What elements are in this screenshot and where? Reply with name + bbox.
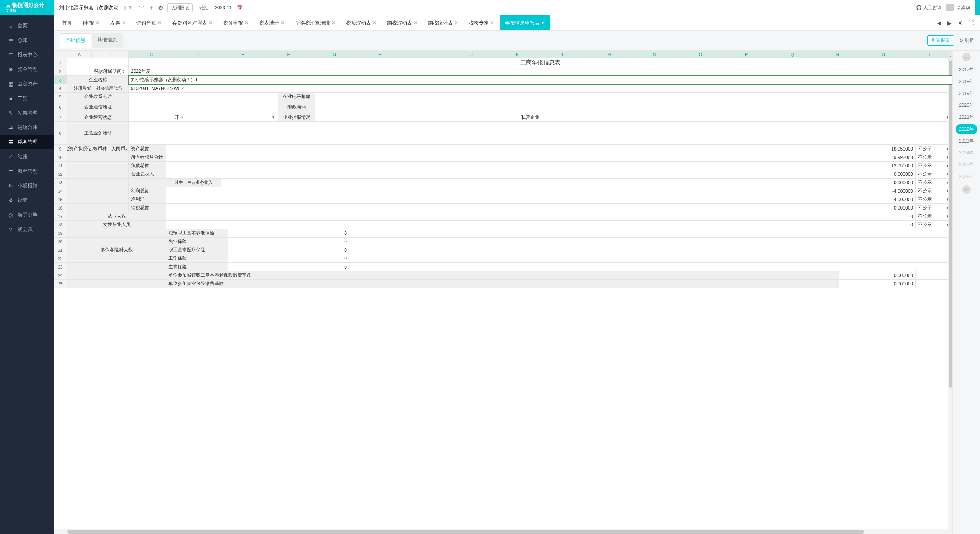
- row-number[interactable]: 18: [54, 221, 67, 229]
- tab-close-icon[interactable]: ✕: [413, 20, 417, 26]
- cell-value[interactable]: 0.000000: [166, 204, 916, 212]
- cell-value[interactable]: 0.000000: [166, 170, 916, 178]
- cell[interactable]: [463, 238, 952, 246]
- row-number[interactable]: 15: [54, 195, 67, 203]
- tab-close-icon[interactable]: ✕: [245, 20, 248, 26]
- column-header[interactable]: T: [907, 51, 953, 58]
- row-number[interactable]: 20: [54, 238, 67, 246]
- row-number[interactable]: 10: [54, 153, 67, 161]
- column-header[interactable]: E: [220, 51, 266, 58]
- row-number[interactable]: 21: [54, 246, 67, 254]
- column-header[interactable]: B: [92, 51, 129, 58]
- tab-close-icon[interactable]: ✕: [490, 20, 494, 26]
- sheet-body[interactable]: 1工商年报信息表2税款所属期间：2022年度3企业名称刘小艳演示账套（勿删勿动！…: [54, 58, 952, 529]
- year-item[interactable]: 2026年: [956, 172, 977, 182]
- column-header[interactable]: F: [266, 51, 312, 58]
- account-selector[interactable]: 刘小艳演示账套（勿删勿动！）1: [59, 4, 131, 11]
- year-item[interactable]: 2025年: [956, 160, 977, 170]
- sidebar-item[interactable]: ⚙设置: [0, 193, 54, 208]
- consult-button[interactable]: 🎧人工咨询: [916, 5, 942, 11]
- tab[interactable]: 年报信息申报表✕: [500, 15, 550, 30]
- publish-dropdown[interactable]: 不公示▼: [916, 204, 952, 212]
- switch-old-version-button[interactable]: 切到旧版: [167, 3, 193, 12]
- publish-dropdown[interactable]: 不公示▼: [916, 162, 952, 170]
- year-item[interactable]: 2022年: [956, 124, 977, 134]
- company-name-cell[interactable]: 刘小艳演示账套（勿删勿动！）1: [129, 76, 952, 84]
- calendar-icon[interactable]: 📅: [237, 5, 243, 10]
- column-header[interactable]: Q: [769, 51, 815, 58]
- cell[interactable]: [463, 263, 952, 271]
- sidebar-item[interactable]: ✓结账: [0, 149, 54, 164]
- row-number[interactable]: 1: [54, 58, 67, 67]
- collapse-year-panel-button[interactable]: ‹: [948, 51, 953, 61]
- cell-value[interactable]: 0: [228, 238, 463, 246]
- tab-close-icon[interactable]: ✕: [96, 20, 100, 26]
- tab-close-icon[interactable]: ✕: [332, 20, 335, 26]
- period-value[interactable]: 2023-11: [215, 5, 232, 10]
- tab[interactable]: 税务申报✕: [218, 15, 254, 30]
- publish-dropdown[interactable]: 不公示▼: [916, 179, 952, 187]
- row-number[interactable]: 12: [54, 170, 67, 178]
- tab[interactable]: 进销台账✕: [131, 15, 167, 30]
- tab[interactable]: 税检专家✕: [464, 15, 500, 30]
- cell-value[interactable]: [129, 101, 278, 113]
- row-number[interactable]: 14: [54, 187, 67, 195]
- tab[interactable]: 纳税波动表✕: [382, 15, 423, 30]
- cell-value[interactable]: 0.000000: [839, 280, 916, 288]
- cell-value[interactable]: [315, 93, 952, 101]
- cell-value[interactable]: 0: [228, 229, 463, 237]
- cell-value[interactable]: -4.000000: [166, 195, 916, 203]
- tab[interactable]: 存货别名对照表✕: [167, 15, 218, 30]
- cell-value[interactable]: 0.000000: [221, 179, 916, 187]
- cell[interactable]: [916, 271, 952, 279]
- row-number[interactable]: 8: [54, 122, 67, 144]
- subtab[interactable]: 其他信息: [92, 33, 122, 48]
- sidebar-item[interactable]: ☰税务管理: [0, 135, 54, 149]
- row-number[interactable]: 7: [54, 113, 67, 121]
- year-item[interactable]: 2020年: [956, 101, 977, 110]
- cell-value[interactable]: 91320811MA7NGR2W6R: [129, 84, 952, 92]
- vertical-scrollbar[interactable]: [948, 58, 952, 529]
- column-header[interactable]: D: [175, 51, 220, 58]
- cell-value[interactable]: [315, 101, 952, 113]
- publish-dropdown[interactable]: 不公示▼: [916, 212, 952, 220]
- cell-value[interactable]: 9.992000: [166, 153, 916, 161]
- cell-value[interactable]: [129, 122, 952, 144]
- cell-value[interactable]: 2022年度: [129, 67, 952, 75]
- column-header[interactable]: P: [724, 51, 769, 58]
- tabs-close-button[interactable]: ✕: [956, 20, 964, 26]
- chevron-down-icon[interactable]: ﹀: [139, 4, 144, 11]
- cell[interactable]: [463, 254, 952, 262]
- tab[interactable]: }申报✕: [77, 15, 105, 30]
- tab[interactable]: 首页: [57, 15, 77, 30]
- account-settings-icon[interactable]: ⚙: [158, 4, 163, 11]
- column-header[interactable]: M: [586, 51, 632, 58]
- year-scroll-up-button[interactable]: ︿: [962, 53, 971, 61]
- publish-dropdown[interactable]: 不公示▼: [916, 221, 952, 229]
- publish-dropdown[interactable]: 不公示▼: [916, 170, 952, 178]
- year-scroll-down-button[interactable]: ﹀: [962, 185, 971, 194]
- sidebar-item[interactable]: ◫报表中心: [0, 48, 54, 62]
- row-number[interactable]: 9: [54, 145, 67, 153]
- tab-close-icon[interactable]: ✕: [158, 20, 162, 26]
- tab-close-icon[interactable]: ✕: [372, 20, 376, 26]
- row-number[interactable]: 6: [54, 101, 67, 113]
- year-item[interactable]: 2021年: [956, 113, 977, 122]
- row-number[interactable]: 17: [54, 212, 67, 220]
- row-number[interactable]: 3: [54, 76, 67, 84]
- row-number[interactable]: 24: [54, 271, 67, 279]
- row-number[interactable]: 25: [54, 280, 67, 288]
- tab-close-icon[interactable]: ✕: [281, 20, 284, 26]
- reset-report-button[interactable]: 重置报表: [927, 35, 954, 46]
- publish-dropdown[interactable]: 不公示▼: [916, 153, 952, 161]
- year-item[interactable]: 2024年: [956, 148, 977, 158]
- sidebar-item[interactable]: V畅会员: [0, 222, 54, 237]
- business-status-dropdown[interactable]: 开业▼: [129, 113, 278, 121]
- sidebar-item[interactable]: ⇄进销台账: [0, 120, 54, 135]
- cell-value[interactable]: [129, 93, 278, 101]
- sidebar-item[interactable]: ⊕资金管理: [0, 62, 54, 77]
- row-number[interactable]: 22: [54, 254, 67, 262]
- tab[interactable]: 税表清册✕: [254, 15, 290, 30]
- sidebar-item[interactable]: ¥工资: [0, 91, 54, 106]
- year-item[interactable]: 2019年: [956, 89, 977, 98]
